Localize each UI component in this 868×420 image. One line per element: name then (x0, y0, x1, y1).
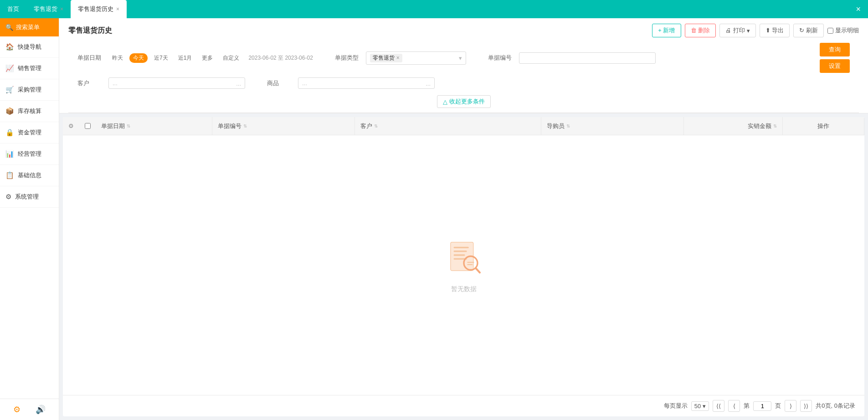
sidebar-item-finance-label: 资金管理 (18, 128, 41, 137)
collapse-label: 收起更多条件 (449, 97, 485, 106)
sidebar-search-label: 搜索菜单 (16, 23, 40, 31)
basic-icon: 📋 (5, 171, 14, 179)
th-guide: 导购员 ⇅ (541, 117, 684, 135)
filter-collapse-row: △ 收起更多条件 (77, 93, 850, 108)
show-detail-checkbox[interactable] (827, 28, 833, 34)
th-amount-label: 实销金额 (748, 122, 771, 130)
date-btn-yesterday[interactable]: 昨天 (108, 53, 127, 63)
page-next-btn[interactable]: ⟩ (785, 400, 796, 412)
sidebar: 🔍 搜索菜单 🏠 快捷导航 📈 销售管理 🛒 采购管理 📦 库存核算 🔒 资金管… (0, 18, 59, 420)
page-label: 第 (744, 402, 750, 410)
page-summary: 共0页, 0条记录 (816, 402, 855, 410)
print-label: 🖨 打印 (725, 26, 745, 35)
doctype-tag-close[interactable]: × (396, 55, 400, 61)
customer-label: 客户 (77, 79, 105, 87)
print-dropdown-icon[interactable]: ▾ (747, 27, 750, 34)
new-btn[interactable]: + 新增 (652, 24, 681, 37)
th-amount: 实销金额 ⇅ (684, 117, 783, 135)
date-btn-1month[interactable]: 近1月 (175, 53, 196, 63)
operations-icon: 📊 (5, 150, 14, 158)
svg-rect-3 (453, 254, 465, 256)
table-select-all[interactable] (79, 123, 96, 129)
tab-retail-return-history-close[interactable]: × (116, 6, 119, 12)
doctype-select[interactable]: 零售退货 × ▾ (366, 51, 466, 65)
th-customer-sort[interactable]: ⇅ (374, 123, 378, 128)
goods-input[interactable]: ... (298, 77, 435, 89)
page-first-btn[interactable]: ⟨⟨ (713, 400, 724, 412)
date-filters: 昨天 今天 近7天 近1月 更多 自定义 (108, 53, 243, 63)
filter-row-2: 客户 ... 商品 ... (77, 77, 850, 89)
page-size-select[interactable]: 50 ▾ (691, 401, 709, 411)
settings-gear-icon[interactable]: ⚙ (13, 405, 21, 415)
sidebar-item-inventory[interactable]: 📦 库存核算 (0, 101, 59, 122)
date-btn-more[interactable]: 更多 (198, 53, 216, 63)
date-btn-custom[interactable]: 自定义 (219, 53, 243, 63)
tab-retail-return-history[interactable]: 零售退货历史 × (71, 0, 127, 18)
settings-btn[interactable]: 设置 (820, 59, 850, 73)
sidebar-item-basic[interactable]: 📋 基础信息 (0, 165, 59, 186)
print-btn[interactable]: 🖨 打印 ▾ (719, 24, 756, 37)
export-btn[interactable]: ⬆ 导出 (760, 24, 790, 37)
th-guide-label: 导购员 (547, 122, 565, 130)
page-title-row: 零售退货历史 + 新增 🗑 删除 🖨 打印 ▾ ⬆ 导出 ↻ 刷新 显示明细 (68, 24, 859, 37)
goods-label: 商品 (267, 79, 294, 87)
sidebar-item-sales[interactable]: 📈 销售管理 (0, 58, 59, 79)
delete-btn[interactable]: 🗑 删除 (685, 24, 716, 37)
window-close-btn[interactable]: × (848, 5, 868, 14)
page-size-value: 50 (694, 403, 701, 410)
page-unit: 页 (775, 402, 781, 410)
th-date-sort[interactable]: ⇅ (127, 123, 130, 128)
svg-rect-2 (453, 251, 467, 252)
date-filter-item: 单据日期 昨天 今天 近7天 近1月 更多 自定义 2023-06-02 至 2… (77, 53, 313, 63)
sidebar-item-finance[interactable]: 🔒 资金管理 (0, 122, 59, 143)
date-btn-7days[interactable]: 近7天 (150, 53, 172, 63)
collapse-btn[interactable]: △ 收起更多条件 (437, 95, 491, 108)
tab-home[interactable]: 首页 (0, 0, 26, 18)
sidebar-item-operations[interactable]: 📊 经营管理 (0, 143, 59, 165)
volume-icon[interactable]: 🔊 (36, 405, 46, 415)
refresh-btn[interactable]: ↻ 刷新 (793, 24, 824, 37)
page-input[interactable] (753, 401, 771, 411)
tab-retail-return-close[interactable]: × (60, 6, 63, 12)
page-size-dropdown-icon: ▾ (703, 403, 706, 410)
select-all-checkbox[interactable] (85, 123, 91, 129)
sales-icon: 📈 (5, 64, 14, 72)
goods-dots: ... (302, 80, 307, 87)
table-settings-btn[interactable]: ⚙ (63, 123, 79, 129)
home-icon: 🏠 (5, 43, 14, 51)
show-detail-label[interactable]: 显示明细 (827, 26, 859, 35)
page-size-label: 每页显示 (664, 402, 688, 410)
th-date-label: 单据日期 (101, 122, 125, 130)
date-btn-today[interactable]: 今天 (129, 53, 148, 63)
table-header: ⚙ 单据日期 ⇅ 单据编号 ⇅ 客户 ⇅ 导购员 ⇅ (63, 117, 864, 135)
page-last-btn[interactable]: ⟩⟩ (800, 400, 812, 412)
sidebar-item-system-label: 系统管理 (15, 193, 39, 201)
sidebar-item-quicknav-label: 快捷导航 (18, 43, 41, 51)
collapse-up-icon: △ (443, 98, 447, 105)
sidebar-item-system[interactable]: ⚙ 系统管理 (0, 186, 59, 208)
th-id-sort[interactable]: ⇅ (243, 123, 247, 128)
tab-retail-return-label: 零售退货 (34, 5, 57, 13)
goods-filter-item: 商品 ... (267, 77, 435, 89)
th-amount-sort[interactable]: ⇅ (773, 123, 777, 128)
filter-section: 单据日期 昨天 今天 近7天 近1月 更多 自定义 2023-06-02 至 2… (68, 43, 859, 113)
query-btn[interactable]: 查询 (820, 43, 850, 56)
empty-state-text: 暂无数据 (451, 285, 477, 293)
doctype-dropdown-icon: ▾ (459, 55, 462, 61)
doctype-tag: 零售退货 × (370, 54, 402, 62)
filter-row-1: 单据日期 昨天 今天 近7天 近1月 更多 自定义 2023-06-02 至 2… (77, 43, 850, 73)
th-guide-sort[interactable]: ⇅ (566, 123, 570, 128)
table-section: ⚙ 单据日期 ⇅ 单据编号 ⇅ 客户 ⇅ 导购员 ⇅ (63, 117, 864, 416)
page-prev-btn[interactable]: ⟨ (728, 400, 740, 412)
purchase-icon: 🛒 (5, 86, 14, 94)
docnumber-input[interactable] (519, 52, 656, 64)
query-settings-col: 查询 设置 (820, 43, 850, 73)
sidebar-item-quicknav[interactable]: 🏠 快捷导航 (0, 36, 59, 58)
svg-line-6 (475, 268, 479, 272)
sidebar-item-purchase[interactable]: 🛒 采购管理 (0, 79, 59, 101)
tab-retail-return[interactable]: 零售退货 × (26, 0, 71, 18)
sidebar-search[interactable]: 🔍 搜索菜单 (0, 18, 59, 36)
customer-input[interactable]: ... (108, 77, 245, 89)
show-detail-text: 显示明细 (835, 26, 859, 35)
customer-dots: ... (113, 80, 118, 87)
